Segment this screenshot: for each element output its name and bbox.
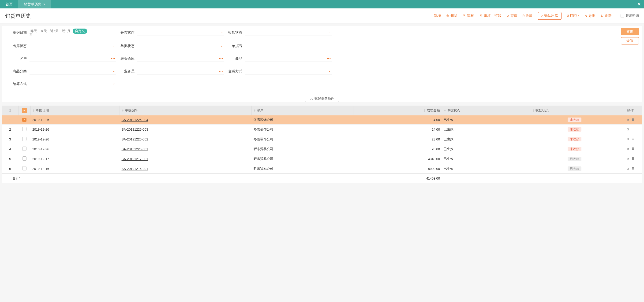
cell-amount: 24.00 bbox=[354, 125, 442, 134]
more-icon[interactable]: ••• bbox=[219, 69, 223, 73]
table-row[interactable]: 1✓2019-12-26SA-20191226-004冬雪装饰公司4.00已生效… bbox=[2, 115, 642, 125]
col-doc-status[interactable]: ▲▼单据状态 bbox=[442, 106, 530, 115]
row-checkbox[interactable] bbox=[22, 147, 26, 151]
deselect-all-button[interactable]: − bbox=[22, 108, 27, 113]
col-customer[interactable]: ▲▼客户 bbox=[252, 106, 354, 115]
checkbox-icon[interactable] bbox=[620, 14, 624, 18]
more-icon[interactable]: ••• bbox=[327, 57, 331, 60]
payment-status-field[interactable]: ⌄ bbox=[245, 29, 332, 36]
doc-number-link[interactable]: SA-20191226-001 bbox=[122, 147, 148, 151]
abandon-icon: ⊘ bbox=[506, 14, 510, 18]
shield-icon: ⛨ bbox=[462, 14, 466, 18]
doc-number-link[interactable]: SA-20191226-004 bbox=[122, 118, 148, 122]
cell-date: 2019-12-26 bbox=[30, 134, 120, 144]
doc-number-link[interactable]: SA-20191226-002 bbox=[122, 137, 148, 141]
col-amount[interactable]: ▲▼成交金额 bbox=[354, 106, 442, 115]
pay-status-badge: 已收款 bbox=[568, 166, 582, 171]
show-detail-toggle[interactable]: 显示明细 bbox=[620, 14, 639, 18]
pay-status-badge: 未收款 bbox=[568, 147, 582, 151]
table-row[interactable]: 62019-12-16SA-20191216-001昕东贸易公司5900.00已… bbox=[2, 164, 642, 174]
view-detail-icon[interactable]: ⧉ bbox=[627, 147, 629, 151]
date-recent1m[interactable]: 近1月 bbox=[61, 28, 71, 34]
chevron-down-icon: ▾ bbox=[578, 14, 579, 17]
confirm-outbound-button[interactable]: ⌂确认出库 bbox=[538, 12, 562, 20]
view-detail-icon[interactable]: ⧉ bbox=[627, 127, 629, 131]
refresh-icon: ↻ bbox=[601, 14, 604, 18]
qr-icon[interactable]: ⠿ bbox=[632, 118, 634, 122]
close-window-icon[interactable]: ✕ bbox=[637, 0, 641, 8]
date-recent7[interactable]: 近7天 bbox=[49, 28, 60, 34]
trash-icon: 🗑 bbox=[446, 14, 450, 18]
export-button[interactable]: ⇲导出 bbox=[584, 13, 596, 18]
cell-amount: 20.00 bbox=[354, 144, 442, 154]
close-tab-icon[interactable]: × bbox=[43, 2, 45, 6]
col-pay-status[interactable]: ▲▼收款状态 bbox=[530, 106, 619, 115]
doc-number-link[interactable]: SA-20191217-001 bbox=[122, 157, 148, 161]
invoice-status-label: 开票状态 bbox=[116, 30, 134, 35]
cell-date: 2019-12-26 bbox=[30, 125, 120, 134]
date-today[interactable]: 今天 bbox=[39, 28, 48, 34]
doc-number-link[interactable]: SA-20191226-003 bbox=[122, 128, 148, 131]
outbound-status-field[interactable]: ⌄ bbox=[30, 43, 116, 49]
delivery-field[interactable]: ⌄ bbox=[245, 68, 332, 74]
more-icon[interactable]: ••• bbox=[219, 57, 223, 60]
data-table: ⚙ − ▲▼单据日期 ▲▼单据编号 ▲▼客户 ▲▼成交金额 ▲▼单据状态 ▲▼收… bbox=[2, 106, 642, 183]
print-button[interactable]: ⎙打印▾ bbox=[567, 13, 579, 18]
row-checkbox[interactable] bbox=[22, 166, 26, 170]
refresh-button[interactable]: ↻刷新 bbox=[601, 13, 612, 18]
cell-status: 已生效 bbox=[442, 164, 530, 174]
category-field[interactable]: ⌄ bbox=[30, 68, 116, 74]
collapse-filters-button[interactable]: ︽ 收起更多条件 bbox=[305, 95, 339, 102]
customer-field[interactable]: ••• bbox=[30, 55, 116, 62]
doc-number-field[interactable] bbox=[245, 43, 332, 49]
doc-number-link[interactable]: SA-20191216-001 bbox=[122, 167, 148, 171]
table-row[interactable]: 52019-12-17SA-20191217-001昕东贸易公司4340.00已… bbox=[2, 154, 642, 164]
col-date[interactable]: ▲▼单据日期 bbox=[30, 106, 120, 115]
audit-button[interactable]: ⛨审核 bbox=[462, 13, 474, 18]
gear-icon[interactable]: ⚙ bbox=[8, 109, 12, 112]
query-button[interactable]: 查询 bbox=[621, 28, 639, 35]
row-index: 3 bbox=[2, 134, 18, 144]
qr-icon[interactable]: ⠿ bbox=[632, 127, 634, 131]
table-row[interactable]: 42019-12-26SA-20191226-001昕东贸易公司20.00已生效… bbox=[2, 144, 642, 154]
product-field[interactable]: ••• bbox=[245, 55, 332, 62]
add-button[interactable]: ＋新增 bbox=[429, 13, 441, 18]
row-checkbox[interactable] bbox=[22, 127, 26, 131]
payment-button[interactable]: ⎘收款 bbox=[522, 13, 533, 18]
date-custom[interactable]: 自定义 bbox=[73, 28, 87, 34]
row-checkbox[interactable]: ✓ bbox=[22, 118, 26, 122]
settings-button[interactable]: 设置 bbox=[621, 37, 639, 44]
delete-button[interactable]: 🗑删除 bbox=[446, 13, 458, 18]
invoice-status-field[interactable]: ⌄ bbox=[137, 29, 224, 36]
doc-status-label: 单据状态 bbox=[116, 44, 134, 48]
audit-print-button[interactable]: ⛨审核并打印 bbox=[479, 13, 501, 18]
col-ops: 操作 bbox=[619, 106, 642, 115]
qr-icon[interactable]: ⠿ bbox=[632, 137, 634, 141]
tab-home[interactable]: 首页 bbox=[0, 0, 18, 8]
row-checkbox[interactable] bbox=[22, 156, 26, 161]
abandon-button[interactable]: ⊘弃审 bbox=[506, 13, 518, 18]
total-label: 合计: bbox=[2, 174, 30, 183]
warehouse-field[interactable]: ••• bbox=[137, 55, 224, 62]
view-detail-icon[interactable]: ⧉ bbox=[627, 157, 629, 161]
view-detail-icon[interactable]: ⧉ bbox=[627, 118, 629, 122]
table-row[interactable]: 22019-12-26SA-20191226-003冬雪装饰公司24.00已生效… bbox=[2, 125, 642, 134]
shield-print-icon: ⛨ bbox=[479, 14, 483, 18]
row-index: 4 bbox=[2, 144, 18, 154]
chevron-down-icon: ⌄ bbox=[220, 43, 223, 47]
col-number[interactable]: ▲▼单据编号 bbox=[120, 106, 252, 115]
tab-sales-history[interactable]: 销货单历史 × bbox=[18, 0, 51, 8]
qr-icon[interactable]: ⠿ bbox=[632, 167, 634, 171]
settlement-field[interactable]: ⌄ bbox=[30, 80, 116, 87]
view-detail-icon[interactable]: ⧉ bbox=[627, 137, 629, 141]
qr-icon[interactable]: ⠿ bbox=[632, 157, 634, 161]
qr-icon[interactable]: ⠿ bbox=[632, 147, 634, 151]
more-icon[interactable]: ••• bbox=[111, 57, 115, 60]
table-row[interactable]: 32019-12-26SA-20191226-002冬雪装饰公司23.00已生效… bbox=[2, 134, 642, 144]
view-detail-icon[interactable]: ⧉ bbox=[627, 167, 629, 171]
salesperson-field[interactable]: ••• bbox=[137, 68, 224, 74]
doc-status-field[interactable]: ⌄ bbox=[137, 43, 224, 49]
pay-status-badge: 未收款 bbox=[568, 117, 582, 122]
row-checkbox[interactable] bbox=[22, 137, 26, 141]
export-icon: ⇲ bbox=[584, 14, 588, 18]
